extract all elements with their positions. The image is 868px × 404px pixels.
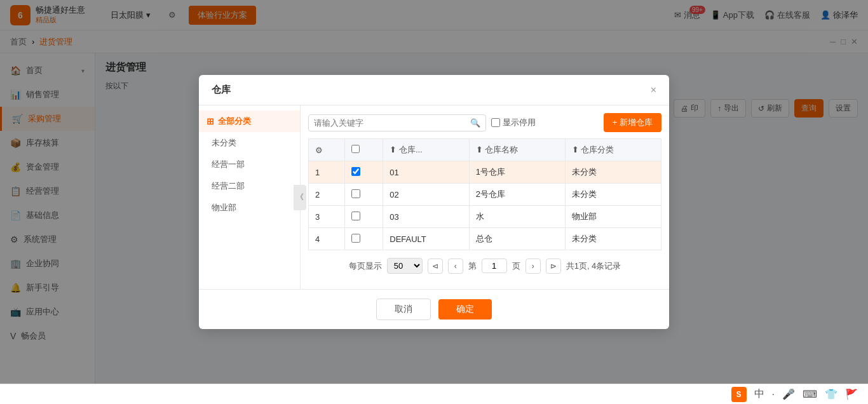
col-header-name[interactable]: ⬆ 仓库名称 — [469, 139, 565, 161]
category-all[interactable]: ⊞ 全部分类 — [199, 111, 300, 132]
s-logo: S — [731, 387, 747, 402]
select-all-checkbox[interactable] — [351, 145, 360, 153]
category-item-property[interactable]: 物业部 — [199, 197, 300, 219]
settings-icon: ⚙ — [315, 145, 323, 155]
bottom-icon-mic[interactable]: 🎤 — [782, 388, 795, 400]
sort-icon-code: ⬆ — [390, 145, 397, 154]
sort-icon-name: ⬆ — [476, 145, 483, 154]
collapse-button[interactable]: 《 — [294, 185, 306, 210]
warehouse-table: ⚙ ⬆ 仓库... ⬆ 仓库名称 — [308, 138, 661, 250]
row-code: 01 — [383, 161, 469, 184]
prev-page-button[interactable]: ‹ — [448, 259, 463, 274]
row-code: 03 — [383, 206, 469, 228]
bottom-icon-shirt[interactable]: 👕 — [825, 388, 837, 400]
dialog-close-button[interactable]: × — [651, 84, 656, 96]
dialog-title: 仓库 — [212, 84, 231, 96]
row-name: 水 — [469, 206, 565, 228]
row-checkbox[interactable] — [344, 206, 383, 228]
search-input[interactable] — [309, 115, 465, 131]
dialog-footer: 取消 确定 — [199, 289, 669, 329]
page-number-input[interactable] — [482, 259, 507, 273]
row-checkbox[interactable] — [344, 161, 383, 184]
row-category: 未分类 — [565, 161, 661, 184]
show-disabled-checkbox[interactable] — [491, 118, 500, 127]
add-warehouse-button[interactable]: + 新增仓库 — [604, 113, 661, 132]
bottom-icon-keyboard[interactable]: ⌨ — [803, 388, 817, 400]
bottom-bar: S 中 · 🎤 ⌨ 👕 🚩 — [0, 384, 868, 404]
category-all-label: 全部分类 — [218, 116, 251, 127]
category-item-dept1[interactable]: 经营一部 — [199, 154, 300, 175]
pagination: 每页显示 50 10 20 100 ⊲ ‹ 第 页 › ⊳ 共1页, 4条记录 — [308, 250, 661, 281]
col-header-checkbox[interactable] — [344, 139, 383, 161]
show-disabled-text: 显示停用 — [503, 117, 536, 128]
warehouse-dialog: 仓库 × ⊞ 全部分类 未分类 经营一部 经营二部 物业部 《 — [199, 75, 669, 329]
next-page-button[interactable]: › — [526, 259, 541, 274]
dialog-body: ⊞ 全部分类 未分类 经营一部 经营二部 物业部 《 🔍 — [199, 105, 669, 289]
table-row[interactable]: 3 03 水 物业部 — [309, 206, 661, 228]
row-name: 2号仓库 — [469, 184, 565, 206]
dialog-header: 仓库 × — [199, 75, 669, 105]
row-checkbox[interactable] — [344, 228, 383, 250]
row-code: 02 — [383, 184, 469, 206]
show-disabled-label[interactable]: 显示停用 — [491, 117, 536, 128]
grid-icon: ⊞ — [207, 116, 214, 126]
last-page-button[interactable]: ⊳ — [546, 259, 561, 274]
col-header-code[interactable]: ⬆ 仓库... — [383, 139, 469, 161]
row-checkbox[interactable] — [344, 184, 383, 206]
row-category: 未分类 — [565, 184, 661, 206]
row-name: 总仓 — [469, 228, 565, 250]
table-row[interactable]: 4 DEFAULT 总仓 未分类 — [309, 228, 661, 250]
row-index: 3 — [309, 206, 345, 228]
bottom-icon-zh[interactable]: 中 — [754, 387, 764, 401]
first-page-button[interactable]: ⊲ — [428, 259, 443, 274]
table-toolbar: 🔍 显示停用 + 新增仓库 — [308, 113, 661, 132]
col-header-settings[interactable]: ⚙ — [309, 139, 345, 161]
row-code: DEFAULT — [383, 228, 469, 250]
page-num-label: 第 — [468, 260, 477, 272]
row-category: 未分类 — [565, 228, 661, 250]
row-index: 4 — [309, 228, 345, 250]
search-icon[interactable]: 🔍 — [465, 115, 485, 131]
sort-icon-category: ⬆ — [572, 145, 579, 154]
page-size-label: 每页显示 — [349, 260, 382, 272]
search-box: 🔍 — [308, 114, 486, 131]
row-index: 2 — [309, 184, 345, 206]
table-panel: 🔍 显示停用 + 新增仓库 ⚙ — [301, 105, 669, 289]
category-item-dept2[interactable]: 经营二部 — [199, 175, 300, 197]
cancel-button[interactable]: 取消 — [376, 299, 431, 320]
page-label: 页 — [512, 260, 520, 272]
bottom-icon-dot: · — [772, 389, 775, 400]
bottom-icon-flag[interactable]: 🚩 — [845, 388, 858, 400]
table-row[interactable]: 1 01 1号仓库 未分类 — [309, 161, 661, 184]
table-row[interactable]: 2 02 2号仓库 未分类 — [309, 184, 661, 206]
col-header-category[interactable]: ⬆ 仓库分类 — [565, 139, 661, 161]
row-index: 1 — [309, 161, 345, 184]
dialog-overlay: 仓库 × ⊞ 全部分类 未分类 经营一部 经营二部 物业部 《 — [0, 0, 868, 404]
row-name: 1号仓库 — [469, 161, 565, 184]
page-size-select[interactable]: 50 10 20 100 — [387, 258, 423, 274]
total-info: 共1页, 4条记录 — [566, 260, 621, 272]
confirm-button[interactable]: 确定 — [438, 299, 492, 320]
category-item-unclassified[interactable]: 未分类 — [199, 132, 300, 154]
row-category: 物业部 — [565, 206, 661, 228]
category-panel: ⊞ 全部分类 未分类 经营一部 经营二部 物业部 《 — [199, 105, 301, 289]
